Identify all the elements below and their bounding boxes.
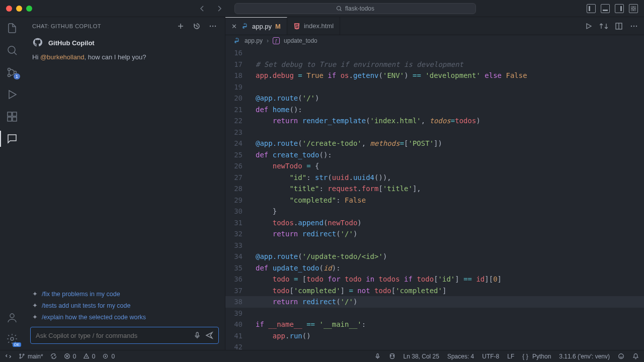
- code-editor[interactable]: 16 17# Set debug to True if environment …: [225, 46, 644, 350]
- extensions-icon[interactable]: [6, 111, 18, 123]
- chat-header-title: CHAT: GITHUB COPILOT: [32, 23, 101, 29]
- function-symbol-icon: ƒ: [273, 37, 280, 44]
- svg-point-31: [105, 356, 106, 357]
- scm-badge: 1: [14, 73, 20, 79]
- settings-gear-icon[interactable]: DE: [6, 333, 18, 345]
- layout-primary-sidebar-icon[interactable]: [587, 4, 596, 13]
- svg-rect-3: [620, 6, 622, 11]
- svg-point-27: [20, 357, 21, 358]
- svg-rect-4: [631, 6, 633, 8]
- editor-area: ✕ app.py M index.html app.py: [225, 17, 644, 350]
- svg-point-26: [20, 354, 21, 355]
- remote-indicator[interactable]: [5, 353, 12, 359]
- titlebar: flask-todos: [0, 0, 644, 17]
- indentation[interactable]: Spaces: 4: [447, 353, 474, 360]
- command-center[interactable]: flask-todos: [234, 3, 476, 14]
- svg-point-25: [636, 25, 637, 26]
- git-branch[interactable]: main*: [19, 353, 43, 360]
- encoding[interactable]: UTF-8: [482, 353, 499, 360]
- close-icon[interactable]: ✕: [231, 23, 237, 30]
- window-minimize[interactable]: [16, 6, 22, 12]
- python-file-icon: [233, 37, 240, 44]
- chat-suggestions: ✦/fix the problems in my code ✦/tests ad…: [24, 288, 225, 323]
- tab-app-py[interactable]: ✕ app.py M: [225, 17, 287, 35]
- svg-point-34: [392, 355, 393, 356]
- notifications-icon[interactable]: [632, 353, 639, 359]
- new-chat-icon[interactable]: [177, 22, 185, 30]
- cursor-position[interactable]: Ln 38, Col 25: [404, 353, 439, 360]
- python-file-icon: [242, 23, 249, 30]
- editor-tabs: ✕ app.py M index.html: [225, 17, 644, 35]
- sparkle-icon: ✦: [32, 290, 38, 298]
- svg-rect-13: [13, 112, 17, 116]
- chat-input-field[interactable]: [36, 332, 189, 339]
- tab-label: app.py: [252, 23, 272, 30]
- run-debug-icon[interactable]: [6, 88, 18, 101]
- breadcrumb-symbol: update_todo: [284, 37, 317, 44]
- svg-point-18: [210, 26, 211, 27]
- status-bar: main* 0 0 0 Ln 38, Col 25 Spaces: 4 UTF-…: [0, 350, 644, 362]
- svg-point-17: [11, 337, 14, 340]
- command-center-text: flask-todos: [345, 5, 374, 12]
- chevron-right-icon: ›: [267, 37, 269, 44]
- svg-point-9: [8, 68, 11, 71]
- svg-rect-6: [631, 9, 633, 11]
- chat-input[interactable]: [30, 327, 219, 344]
- split-editor-icon[interactable]: [615, 22, 623, 30]
- svg-rect-7: [634, 9, 636, 11]
- layout-panel-icon[interactable]: [601, 4, 610, 13]
- compare-changes-icon[interactable]: [600, 22, 608, 30]
- sparkle-icon: ✦: [32, 302, 38, 309]
- svg-rect-21: [196, 332, 198, 336]
- sync-button[interactable]: [50, 353, 57, 359]
- svg-point-35: [619, 354, 624, 359]
- svg-point-20: [215, 26, 216, 27]
- account-icon[interactable]: [6, 312, 18, 324]
- suggestion-tests[interactable]: ✦/tests add unit tests for my code: [32, 300, 217, 311]
- svg-point-33: [390, 355, 391, 356]
- window-close[interactable]: [6, 6, 12, 12]
- feedback-icon[interactable]: [618, 353, 624, 359]
- sparkle-icon: ✦: [32, 313, 38, 321]
- ports[interactable]: 0: [102, 353, 115, 360]
- svg-point-24: [633, 25, 634, 26]
- suggestion-fix[interactable]: ✦/fix the problems in my code: [32, 288, 217, 300]
- nav-forward-icon[interactable]: [215, 5, 223, 13]
- search-icon: [336, 6, 342, 12]
- explorer-icon[interactable]: [6, 22, 18, 34]
- source-control-icon[interactable]: 1: [6, 66, 18, 78]
- svg-point-19: [212, 26, 213, 27]
- chat-icon[interactable]: [6, 133, 18, 145]
- chat-greeting: Hi @burkeholland, how can I help you?: [32, 52, 217, 62]
- mic-icon[interactable]: [193, 331, 201, 339]
- nav-back-icon[interactable]: [198, 5, 206, 13]
- copilot-status-icon[interactable]: [389, 353, 395, 359]
- history-icon[interactable]: [193, 22, 201, 30]
- run-icon[interactable]: [585, 22, 593, 30]
- breadcrumb-file: app.py: [245, 37, 263, 44]
- svg-rect-14: [8, 117, 12, 121]
- settings-badge: DE: [13, 342, 21, 347]
- layout-customize-icon[interactable]: [629, 4, 638, 13]
- suggestion-explain[interactable]: ✦/explain how the selected code works: [32, 311, 217, 323]
- problems[interactable]: 0 0: [64, 353, 96, 360]
- language-mode[interactable]: { } Python: [522, 353, 551, 360]
- window-maximize[interactable]: [26, 6, 32, 12]
- svg-rect-15: [13, 117, 17, 121]
- python-interpreter[interactable]: 3.11.6 ('env': venv): [559, 353, 610, 360]
- layout-secondary-sidebar-icon[interactable]: [615, 4, 624, 13]
- mic-status-icon[interactable]: [374, 353, 381, 359]
- breadcrumb[interactable]: app.py › ƒ update_todo: [225, 35, 644, 46]
- tab-index-html[interactable]: index.html: [287, 17, 340, 35]
- svg-rect-12: [8, 112, 12, 116]
- more-icon[interactable]: [209, 22, 217, 30]
- eol[interactable]: LF: [507, 353, 514, 360]
- svg-rect-1: [589, 6, 590, 11]
- more-icon[interactable]: [630, 22, 638, 30]
- search-icon[interactable]: [6, 44, 18, 56]
- tab-modified-indicator: M: [275, 23, 281, 30]
- send-icon[interactable]: [205, 331, 213, 339]
- svg-point-8: [8, 46, 15, 53]
- github-copilot-icon: [32, 37, 43, 48]
- svg-point-10: [8, 74, 11, 77]
